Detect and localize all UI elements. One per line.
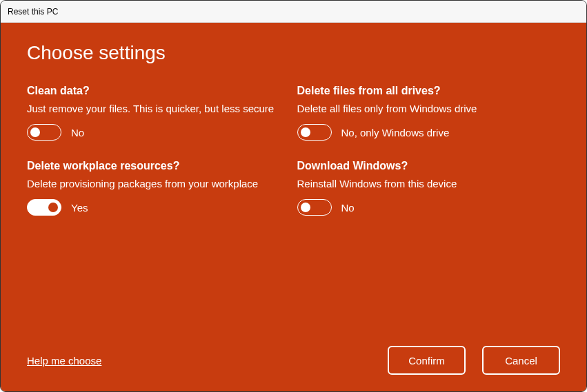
setting-desc: Reinstall Windows from this device [297, 176, 561, 191]
setting-delete-workplace: Delete workplace resources? Delete provi… [27, 160, 290, 216]
setting-download-windows: Download Windows? Reinstall Windows from… [297, 160, 561, 216]
footer-buttons: Confirm Cancel [388, 346, 560, 375]
toggle-row: No [297, 199, 561, 216]
delete-all-drives-toggle[interactable] [297, 124, 332, 141]
setting-title: Download Windows? [297, 160, 561, 172]
toggle-state-label: No [71, 127, 84, 138]
dialog-content: Choose settings Clean data? Just remove … [1, 23, 586, 391]
page-title: Choose settings [27, 42, 560, 64]
setting-title: Delete workplace resources? [27, 160, 290, 172]
toggle-state-label: No, only Windows drive [341, 127, 450, 138]
confirm-button[interactable]: Confirm [388, 346, 466, 375]
download-windows-toggle[interactable] [297, 199, 332, 216]
setting-desc: Delete provisioning packages from your w… [27, 176, 290, 191]
setting-desc: Just remove your files. This is quicker,… [27, 101, 290, 116]
toggle-row: Yes [27, 199, 290, 216]
setting-delete-all-drives: Delete files from all drives? Delete all… [297, 85, 561, 141]
delete-workplace-toggle[interactable] [27, 199, 61, 216]
window-title: Reset this PC [8, 7, 58, 17]
toggle-state-label: Yes [71, 202, 88, 214]
toggle-state-label: No [341, 202, 355, 214]
setting-title: Delete files from all drives? [297, 85, 561, 97]
setting-clean-data: Clean data? Just remove your files. This… [27, 85, 290, 141]
setting-desc: Delete all files only from Windows drive [297, 101, 561, 116]
window-titlebar: Reset this PC [1, 1, 586, 23]
cancel-button[interactable]: Cancel [482, 346, 560, 375]
toggle-row: No, only Windows drive [297, 124, 561, 141]
dialog-footer: Help me choose Confirm Cancel [27, 346, 560, 375]
clean-data-toggle[interactable] [27, 124, 61, 141]
help-me-choose-link[interactable]: Help me choose [27, 355, 101, 367]
toggle-row: No [27, 124, 290, 141]
settings-grid: Clean data? Just remove your files. This… [27, 85, 560, 216]
setting-title: Clean data? [27, 85, 290, 97]
